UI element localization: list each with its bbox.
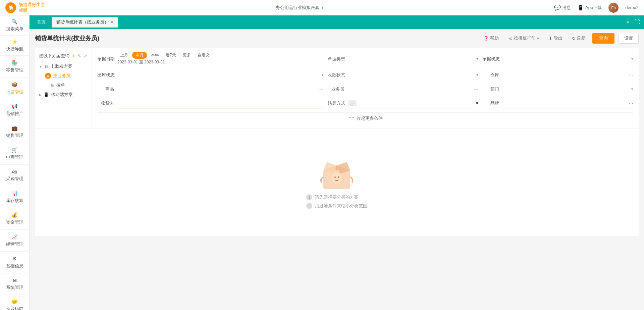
user-avatar[interactable]: Ea <box>608 3 619 13</box>
doc-type-dropdown[interactable]: ▾ <box>348 54 479 64</box>
setting-btn[interactable]: 设置 <box>619 33 639 44</box>
salesman-input[interactable]: ··· <box>347 84 479 94</box>
window-maximize-btn[interactable]: ⛶ <box>633 18 641 27</box>
sidebar-item-basic[interactable]: ⚙ 基础信息 <box>0 252 29 273</box>
message-icon: 💬 <box>554 4 561 11</box>
sidebar-item-inventory[interactable]: 📊 库存核算 <box>0 186 29 208</box>
print-btn[interactable]: 🖨 按模板打印 ▾ <box>505 34 542 43</box>
sidebar-item-marketing[interactable]: 📢 营销推广 <box>0 99 29 121</box>
salesman-field[interactable] <box>347 87 473 92</box>
sidebar-quicknav[interactable]: ⚡ 快捷导航 <box>0 36 29 56</box>
sidebar-item-sales[interactable]: 💼 销售管理 <box>0 121 29 143</box>
dept-label: 部门 <box>482 86 499 92</box>
doc-status-arrow-icon: ▾ <box>631 57 633 61</box>
main-panel: 按以下方案查询 + ✎ « ▼ 🖥 电脑端方案 <box>35 48 639 236</box>
user-name[interactable]: demo2 <box>625 5 639 10</box>
more-btn[interactable]: 更多 <box>180 52 194 59</box>
tab-close-btn[interactable]: × <box>111 20 113 24</box>
schemes-header-label: 按以下方案查询 <box>39 53 69 59</box>
last7-btn[interactable]: 近7天 <box>163 52 179 59</box>
tab-bar: 首页 销货单统计表（按业务员） × × ⛶ <box>30 15 644 29</box>
filter-salesman: 业务员 ··· <box>328 84 479 94</box>
tab-home[interactable]: 首页 <box>32 17 50 28</box>
empty-tip-1: 1 请先选择要分析的方案 <box>306 194 367 200</box>
this-month-btn[interactable]: 本月 <box>132 52 147 59</box>
goods-input[interactable]: ··· <box>117 84 324 94</box>
sub-scheme-by-doc[interactable]: ⊞ 按单 <box>35 81 92 90</box>
goods-dots[interactable]: ··· <box>319 86 323 92</box>
settle-tag-close-btn[interactable]: × <box>350 101 355 106</box>
filter-brand: 品牌 ··· <box>482 98 633 108</box>
center-text: 办公用品行业模拟账套 <box>276 5 319 11</box>
refresh-btn[interactable]: ↻ 刷新 <box>569 34 588 43</box>
dept-dropdown[interactable]: ▾ <box>502 84 633 94</box>
custom-btn[interactable]: 自定义 <box>195 52 212 59</box>
export-btn[interactable]: ⬇ 导出 <box>546 34 565 43</box>
brand-field[interactable] <box>502 101 627 106</box>
scheme-group1-header[interactable]: ▼ 🖥 电脑端方案 <box>35 62 92 71</box>
doc-status-dropdown[interactable]: ▾ <box>502 54 633 64</box>
out-status-dropdown[interactable]: ▾ <box>117 70 324 80</box>
basic-icon: ⚙ <box>12 256 17 262</box>
pc-icon: 🖥 <box>44 64 49 69</box>
add-scheme-btn[interactable]: + <box>71 52 75 60</box>
filter-goods: 商品 ··· <box>97 84 324 94</box>
sidebar-item-purchase[interactable]: 🛍 采购管理 <box>0 165 29 186</box>
filter-doc-type: 单据类型 ▾ <box>328 54 479 64</box>
scheme-item-by-salesman[interactable]: ● 按业务员 <box>35 71 92 81</box>
collect-status-arrow-icon: ▾ <box>476 73 478 77</box>
settle-method-input[interactable]: × ▾ <box>348 98 479 108</box>
print-icon: 🖨 <box>508 36 513 41</box>
tab-active[interactable]: 销货单统计表（按业务员） × <box>52 17 118 28</box>
salesman-label: 业务员 <box>328 86 344 92</box>
scheme-group2-header[interactable]: ▶ 📱 移动端方案 <box>35 90 92 99</box>
collect-status-dropdown[interactable]: ▾ <box>348 70 479 80</box>
query-btn[interactable]: 查询 <box>592 33 614 44</box>
collapse-icon: ⌃⌃ <box>348 116 355 121</box>
help-btn[interactable]: ❓ 帮助 <box>481 34 501 43</box>
header-center: 办公用品行业模拟账套 ▾ <box>276 5 324 11</box>
collapse-schemes-btn[interactable]: « <box>84 53 88 59</box>
last-month-btn[interactable]: 上月 <box>117 52 131 59</box>
sub-doc-icon: ⊞ <box>51 83 54 88</box>
goods-field[interactable] <box>117 87 318 92</box>
collapse-conditions-btn[interactable]: ⌃⌃ 收起更多条件 <box>97 112 633 124</box>
sub-scheme1-label: 按单 <box>56 82 65 88</box>
print-dropdown-icon[interactable]: ▾ <box>537 36 539 41</box>
mobile-icon: 📱 <box>44 92 49 97</box>
consignee-field[interactable] <box>117 101 318 106</box>
filter-doc-status: 单据状态 ▾ <box>482 54 633 64</box>
sidebar-item-enterprise[interactable]: 🤝 企业协同 <box>0 295 29 310</box>
sidebar-item-finance[interactable]: 💰 资金管理 <box>0 208 29 230</box>
warehouse-dots[interactable]: ··· <box>629 72 633 78</box>
sidebar-item-operation[interactable]: 📈 经营管理 <box>0 230 29 252</box>
sidebar-item-wholesale[interactable]: 📦 批发管理 <box>0 78 29 99</box>
out-status-label: 出库状态 <box>97 72 115 78</box>
panel-layout: 按以下方案查询 + ✎ « ▼ 🖥 电脑端方案 <box>35 48 639 128</box>
header-right: 💬 消息 📱 App下载 Ea demo2 <box>554 3 639 13</box>
app-download-btn[interactable]: 📱 App下载 <box>578 5 602 11</box>
this-year-btn[interactable]: 本年 <box>148 52 162 59</box>
message-btn[interactable]: 💬 消息 <box>554 4 571 11</box>
warehouse-input[interactable]: ··· <box>502 70 633 80</box>
consignee-dots[interactable]: ··· <box>319 100 323 106</box>
empty-state: 1 请先选择要分析的方案 2 用过滤条件来缩小分析范围 <box>35 128 639 236</box>
brand-dots[interactable]: ··· <box>629 100 633 106</box>
sidebar-item-system[interactable]: 🖥 系统管理 <box>0 273 29 295</box>
consignee-input[interactable]: ··· <box>117 98 324 108</box>
filter-row-3: 商品 ··· 业务员 ··· <box>97 84 633 94</box>
warehouse-field[interactable] <box>502 72 627 78</box>
dropdown-arrow-icon[interactable]: ▾ <box>321 5 324 10</box>
sidebar-search[interactable]: 🔍 搜索菜单 <box>0 15 29 36</box>
filter-warehouse: 仓库 ··· <box>482 70 633 80</box>
window-close-btn[interactable]: × <box>625 18 631 27</box>
salesman-scheme-icon: ● <box>45 73 51 79</box>
export-icon: ⬇ <box>549 36 552 41</box>
brand-input[interactable]: ··· <box>502 98 633 108</box>
sidebar-item-ecommerce[interactable]: 🛒 电商管理 <box>0 143 29 165</box>
settle-method-arrow-icon[interactable]: ▾ <box>476 101 478 106</box>
edit-scheme-btn[interactable]: ✎ <box>77 53 82 59</box>
salesman-dots[interactable]: ··· <box>474 86 478 92</box>
system-icon: 🖥 <box>12 277 17 283</box>
sidebar-item-retail[interactable]: 🏪 零售管理 <box>0 56 29 78</box>
